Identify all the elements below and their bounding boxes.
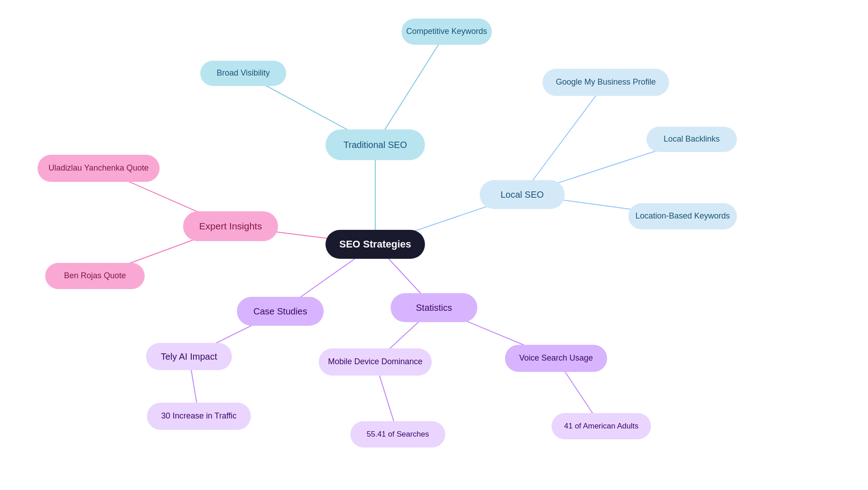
tely-ai-impact-label: Tely AI Impact xyxy=(159,351,219,362)
mobile-dominance-label: Mobile Device Dominance xyxy=(326,357,424,367)
ben-rojas-quote-label: Ben Rojas Quote xyxy=(62,271,127,281)
increase-traffic-node[interactable]: 30 Increase in Traffic xyxy=(147,403,251,430)
svg-line-4 xyxy=(522,82,606,195)
uladizlau-quote-label: Uladizlau Yanchenka Quote xyxy=(47,163,150,173)
case-studies-label: Case Studies xyxy=(252,305,309,317)
traditional-seo-node[interactable]: Traditional SEO xyxy=(326,129,425,160)
google-my-business-label: Google My Business Profile xyxy=(554,77,657,87)
svg-line-1 xyxy=(375,32,447,145)
broad-visibility-node[interactable]: Broad Visibility xyxy=(200,61,286,86)
competitive-keywords-node[interactable]: Competitive Keywords xyxy=(401,19,492,45)
increase-traffic-label: 30 Increase in Traffic xyxy=(160,411,239,421)
traditional-seo-label: Traditional SEO xyxy=(342,139,409,151)
location-keywords-label: Location-Based Keywords xyxy=(633,211,731,221)
ben-rojas-quote-node[interactable]: Ben Rojas Quote xyxy=(45,263,145,289)
statistics-node[interactable]: Statistics xyxy=(391,293,477,322)
tely-ai-impact-node[interactable]: Tely AI Impact xyxy=(146,343,232,370)
american-adults-label: 41 of American Adults xyxy=(562,421,640,431)
competitive-keywords-label: Competitive Keywords xyxy=(404,26,489,37)
statistics-label: Statistics xyxy=(414,302,454,314)
american-adults-node[interactable]: 41 of American Adults xyxy=(552,413,651,439)
searches-stat-node[interactable]: 55.41 of Searches xyxy=(350,421,445,447)
local-seo-node[interactable]: Local SEO xyxy=(480,180,565,209)
local-seo-label: Local SEO xyxy=(499,189,546,200)
expert-insights-label: Expert Insights xyxy=(198,220,264,232)
mobile-dominance-node[interactable]: Mobile Device Dominance xyxy=(319,348,432,376)
google-my-business-node[interactable]: Google My Business Profile xyxy=(542,69,669,96)
expert-insights-node[interactable]: Expert Insights xyxy=(183,211,278,241)
broad-visibility-label: Broad Visibility xyxy=(215,68,272,78)
mind-map-connections xyxy=(0,0,868,490)
local-backlinks-label: Local Backlinks xyxy=(662,134,722,144)
searches-stat-label: 55.41 of Searches xyxy=(365,429,431,439)
voice-search-label: Voice Search Usage xyxy=(517,353,594,363)
local-backlinks-node[interactable]: Local Backlinks xyxy=(646,127,737,152)
uladizlau-quote-node[interactable]: Uladizlau Yanchenka Quote xyxy=(38,155,160,182)
center-node[interactable]: SEO Strategies xyxy=(326,230,425,259)
location-keywords-node[interactable]: Location-Based Keywords xyxy=(628,203,737,229)
case-studies-node[interactable]: Case Studies xyxy=(237,297,324,326)
voice-search-node[interactable]: Voice Search Usage xyxy=(505,345,607,372)
center-label: SEO Strategies xyxy=(338,238,413,251)
